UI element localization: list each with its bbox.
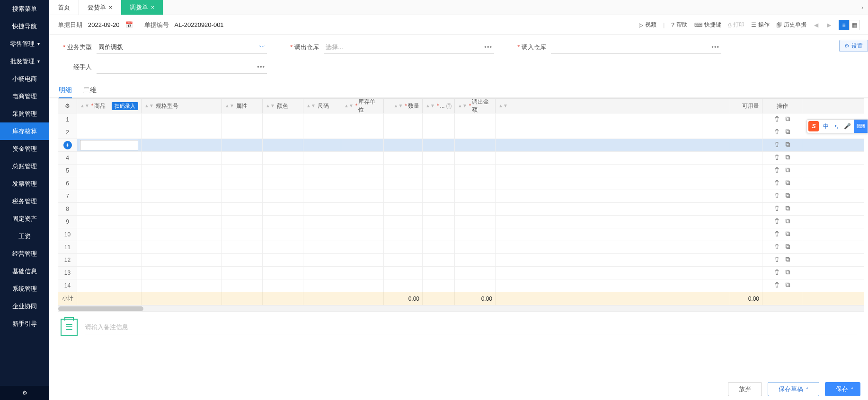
table-row[interactable]: 7 — [58, 190, 864, 202]
sidebar-item-11[interactable]: 税务管理 — [0, 192, 49, 210]
delete-row-icon[interactable] — [774, 129, 780, 136]
copy-row-icon[interactable] — [785, 116, 791, 123]
sidebar-item-1[interactable]: 快捷导航 — [0, 17, 49, 35]
copy-row-icon[interactable] — [785, 231, 791, 238]
sidebar-item-10[interactable]: 发票管理 — [0, 175, 49, 192]
copy-row-icon[interactable] — [785, 154, 791, 162]
next-doc-icon[interactable]: ▶ — [826, 22, 832, 28]
delete-row-icon[interactable] — [774, 141, 780, 149]
calendar-icon[interactable]: 📅 — [125, 21, 133, 28]
scroll-thumb[interactable] — [58, 306, 143, 311]
more-icon[interactable]: ••• — [711, 43, 719, 51]
tab-0[interactable]: 首页 — [49, 0, 79, 15]
sidebar-item-2[interactable]: 零售管理▾ — [0, 35, 49, 52]
sidebar-item-17[interactable]: 企业协同 — [0, 297, 49, 315]
table-row[interactable]: 9 — [58, 215, 864, 228]
sidebar-item-16[interactable]: 系统管理 — [0, 280, 49, 297]
table-row[interactable]: 8 — [58, 202, 864, 215]
add-row-button[interactable]: + — [63, 141, 72, 149]
ops-button[interactable]: ☰ 操作 — [751, 21, 770, 29]
delete-row-icon[interactable] — [774, 192, 780, 200]
help-button[interactable]: ? 帮助 — [671, 21, 688, 29]
horizontal-scrollbar[interactable] — [58, 305, 864, 312]
save-draft-button[interactable]: 保存草稿˄ — [768, 382, 819, 396]
sidebar-item-5[interactable]: 电商管理 — [0, 87, 49, 105]
copy-row-icon[interactable] — [785, 243, 791, 251]
subtab-0[interactable]: 明细 — [59, 83, 72, 98]
copy-row-icon[interactable] — [785, 180, 791, 187]
sidebar-item-8[interactable]: 资金管理 — [0, 140, 49, 157]
sidebar-item-13[interactable]: 工资 — [0, 227, 49, 245]
sidebar-item-18[interactable]: 新手引导 — [0, 315, 49, 332]
table-row[interactable]: 1 — [58, 113, 864, 126]
copy-row-icon[interactable] — [785, 167, 791, 174]
col-spec[interactable]: ▲▼规格型号 — [142, 99, 222, 113]
copy-row-icon[interactable] — [785, 282, 791, 289]
table-row[interactable]: + — [58, 139, 864, 151]
ime-widget[interactable]: S 中 •, 🎤 ⌨ — [806, 119, 868, 133]
sidebar-item-4[interactable]: 小畅电商 — [0, 70, 49, 87]
video-button[interactable]: ▷ 视频 — [639, 21, 656, 29]
shortcut-button[interactable]: ⌨ 快捷键 — [694, 21, 721, 29]
sidebar-item-7[interactable]: 库存核算 — [0, 122, 49, 140]
doc-date-value[interactable]: 2022-09-20 — [88, 21, 120, 28]
delete-row-icon[interactable] — [774, 167, 780, 174]
sidebar-settings-icon[interactable]: ⚙ — [0, 386, 49, 400]
discard-button[interactable]: 放弃 — [728, 382, 762, 396]
table-row[interactable]: 4 — [58, 151, 864, 164]
close-icon[interactable]: × — [109, 4, 112, 11]
table-row[interactable]: 10 — [58, 228, 864, 241]
ime-keyboard-icon[interactable]: ⌨ — [854, 120, 868, 133]
subtab-1[interactable]: 二维 — [83, 83, 97, 97]
delete-row-icon[interactable] — [774, 243, 780, 251]
delete-row-icon[interactable] — [774, 154, 780, 162]
copy-row-icon[interactable] — [785, 218, 791, 226]
col-avail[interactable]: 可用量 — [730, 99, 762, 113]
col-unit[interactable]: ▲▼*库存单位 — [341, 99, 384, 113]
in-wh-select[interactable]: ••• — [551, 41, 721, 54]
chevron-down-icon[interactable]: ﹀ — [259, 43, 265, 52]
copy-row-icon[interactable] — [785, 256, 791, 264]
tab-scroll-right-icon[interactable]: › — [859, 4, 865, 11]
copy-row-icon[interactable] — [785, 269, 791, 277]
delete-row-icon[interactable] — [774, 282, 780, 289]
delete-row-icon[interactable] — [774, 205, 780, 213]
biz-type-select[interactable]: 同价调拨 ﹀ — [97, 41, 267, 54]
ime-lang[interactable]: 中 — [820, 120, 832, 133]
more-icon[interactable]: ••• — [484, 43, 492, 51]
ime-mic-icon[interactable]: 🎤 — [841, 120, 854, 133]
col-extra[interactable]: ▲▼*...? — [423, 99, 455, 113]
delete-row-icon[interactable] — [774, 116, 780, 123]
sidebar-item-15[interactable]: 基础信息 — [0, 262, 49, 280]
col-qty[interactable]: ▲▼*数量 — [384, 99, 423, 113]
view-card-icon[interactable]: ▦ — [849, 20, 859, 30]
out-wh-select[interactable]: 选择... ••• — [324, 41, 494, 54]
copy-row-icon[interactable] — [785, 192, 791, 200]
delete-row-icon[interactable] — [774, 256, 780, 264]
col-product[interactable]: ▲▼*商品扫码录入 — [77, 99, 142, 113]
col-amount[interactable]: ▲▼*调出金额 — [455, 99, 496, 113]
ime-punct-icon[interactable]: •, — [832, 120, 841, 133]
delete-row-icon[interactable] — [774, 269, 780, 277]
copy-row-icon[interactable] — [785, 205, 791, 213]
close-icon[interactable]: × — [151, 4, 154, 11]
save-button[interactable]: 保存˄ — [825, 382, 860, 396]
delete-row-icon[interactable] — [774, 180, 780, 187]
tab-1[interactable]: 要货单× — [79, 0, 121, 15]
product-input[interactable] — [80, 140, 138, 150]
sidebar-item-3[interactable]: 批发管理▾ — [0, 52, 49, 70]
handler-select[interactable]: ••• — [97, 61, 267, 74]
settings-button[interactable]: ⚙ 设置 — [839, 40, 868, 52]
col-color[interactable]: ▲▼颜色 — [263, 99, 303, 113]
col-size[interactable]: ▲▼尺码 — [303, 99, 341, 113]
copy-row-icon[interactable] — [785, 129, 791, 136]
print-button[interactable]: ⎙ 打印 — [728, 21, 744, 29]
sidebar-item-9[interactable]: 总账管理 — [0, 157, 49, 175]
sidebar-item-6[interactable]: 采购管理 — [0, 105, 49, 122]
gear-column[interactable]: ⚙ — [58, 99, 77, 113]
sidebar-item-12[interactable]: 固定资产 — [0, 210, 49, 227]
sidebar-item-14[interactable]: 经营管理 — [0, 245, 49, 262]
view-list-icon[interactable]: ≡ — [839, 20, 849, 30]
delete-row-icon[interactable] — [774, 218, 780, 226]
history-button[interactable]: 🗐 历史单据 — [776, 21, 806, 29]
